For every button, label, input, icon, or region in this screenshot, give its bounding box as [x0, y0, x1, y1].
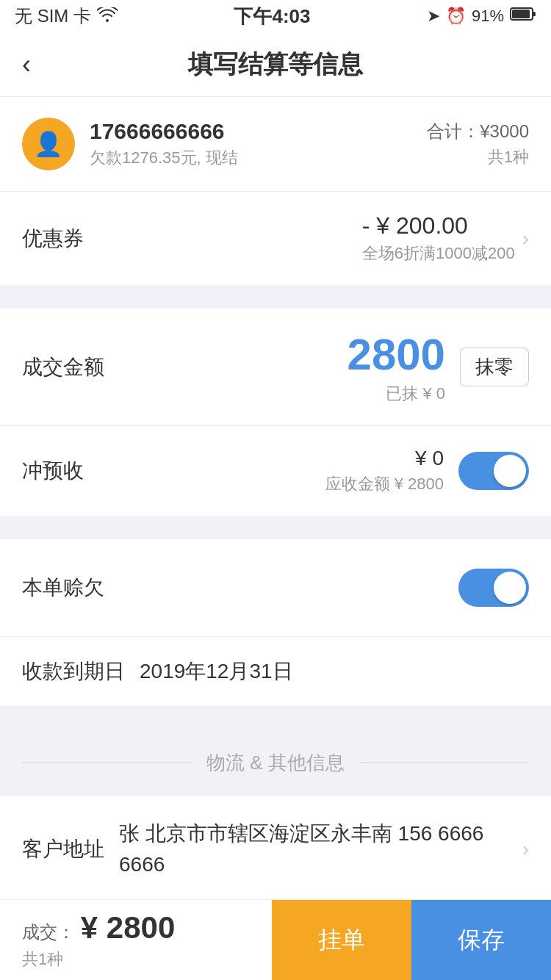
footer-info: 成交： ¥ 2800 共1种	[0, 910, 272, 970]
debt-card: 本单赊欠 收款到期日 2019年12月31日	[0, 539, 551, 706]
address-row[interactable]: 客户地址 张 北京市市辖区海淀区永丰南 156 6666 6666 ›	[0, 796, 551, 902]
address-chevron: ›	[522, 837, 529, 861]
svg-rect-1	[512, 10, 530, 18]
toggle-knob	[494, 455, 526, 487]
time-label: 下午4:03	[234, 4, 310, 29]
nav-bar: ‹ 填写结算等信息	[0, 32, 551, 97]
address-value: 张 北京市市辖区海淀区永丰南 156 6666 6666	[119, 818, 522, 880]
logistics-line-right	[359, 763, 529, 763]
coupon-chevron: ›	[522, 227, 529, 251]
coupon-right: - ¥ 200.00 全场6折满1000减200 ›	[362, 212, 529, 264]
logistics-header: 物流 & 其他信息	[0, 729, 551, 796]
prepay-sub: 应收金额 ¥ 2800	[325, 473, 444, 495]
debt-label: 本单赊欠	[22, 574, 104, 602]
user-info-text: 17666666666 欠款1276.35元, 现结	[90, 119, 238, 169]
deal-right: 2800 已抹 ¥ 0 抹零	[347, 329, 529, 405]
logistics-line-left	[22, 763, 192, 763]
carrier-label: 无 SIM 卡	[15, 4, 91, 28]
footer-deal-label: 成交：	[22, 922, 75, 942]
phone-number: 17666666666	[90, 119, 238, 144]
round-button[interactable]: 抹零	[460, 347, 529, 386]
back-button[interactable]: ‹	[15, 42, 38, 87]
user-left: 👤 17666666666 欠款1276.35元, 现结	[22, 118, 238, 170]
pending-button[interactable]: 挂单	[272, 900, 411, 980]
alarm-icon: ⏰	[446, 7, 466, 26]
coupon-discount: - ¥ 200.00	[362, 212, 515, 239]
wifi-icon	[97, 6, 118, 26]
address-label: 客户地址	[22, 835, 104, 863]
footer-count: 共1种	[22, 948, 250, 970]
section-divider-3	[0, 718, 551, 729]
location-icon: ➤	[427, 7, 440, 26]
prepay-amount: ¥ 0	[325, 447, 444, 470]
coupon-row[interactable]: 优惠券 - ¥ 200.00 全场6折满1000减200 ›	[0, 191, 551, 285]
status-bar: 无 SIM 卡 下午4:03 ➤ ⏰ 91%	[0, 0, 551, 32]
logistics-label: 物流 & 其他信息	[206, 750, 345, 776]
user-info-card: 👤 17666666666 欠款1276.35元, 现结 合计：¥3000 共1…	[0, 97, 551, 285]
debt-toggle[interactable]	[458, 569, 529, 607]
battery-label: 91%	[472, 7, 504, 26]
save-button[interactable]: 保存	[411, 900, 551, 980]
prepay-amount-block: ¥ 0 应收金额 ¥ 2800	[325, 447, 444, 495]
status-left: 无 SIM 卡	[15, 4, 118, 28]
page-title: 填写结算等信息	[188, 48, 363, 82]
prepay-right: ¥ 0 应收金额 ¥ 2800	[325, 447, 529, 495]
avatar-icon: 👤	[34, 130, 63, 158]
section-divider-1	[0, 297, 551, 309]
section-divider-2	[0, 527, 551, 539]
avatar: 👤	[22, 118, 75, 170]
total-label: 合计：¥3000	[427, 120, 529, 143]
footer-deal-row: 成交： ¥ 2800	[22, 910, 250, 945]
svg-rect-2	[533, 12, 536, 16]
total-count: 共1种	[427, 146, 529, 168]
coupon-desc: 全场6折满1000减200	[362, 242, 515, 264]
deal-amount: 2800	[347, 329, 445, 380]
footer-amount: ¥ 2800	[81, 910, 175, 945]
debt-toggle-knob	[494, 572, 526, 604]
prepay-toggle[interactable]	[458, 452, 529, 490]
deal-sub: 已抹 ¥ 0	[347, 383, 445, 405]
footer-bar: 成交： ¥ 2800 共1种 挂单 保存	[0, 899, 551, 980]
status-right: ➤ ⏰ 91%	[427, 7, 536, 26]
content: 👤 17666666666 欠款1276.35元, 现结 合计：¥3000 共1…	[0, 97, 551, 980]
debt-row: 本单赊欠	[0, 539, 551, 636]
footer-buttons: 挂单 保存	[272, 900, 551, 980]
debt-info: 欠款1276.35元, 现结	[90, 147, 238, 169]
deal-card: 成交金额 2800 已抹 ¥ 0 抹零 冲预收 ¥ 0 应收金额 ¥ 2800	[0, 309, 551, 516]
prepay-label: 冲预收	[22, 457, 84, 485]
coupon-label: 优惠券	[22, 225, 84, 253]
total-amount: ¥3000	[480, 121, 529, 141]
battery-icon	[510, 7, 536, 26]
deal-label: 成交金额	[22, 353, 104, 381]
prepay-row: 冲预收 ¥ 0 应收金额 ¥ 2800	[0, 425, 551, 516]
due-row: 收款到期日 2019年12月31日	[0, 636, 551, 706]
deal-row: 成交金额 2800 已抹 ¥ 0 抹零	[0, 309, 551, 425]
due-date-label: 收款到期日	[22, 657, 125, 685]
address-card: 客户地址 张 北京市市辖区海淀区永丰南 156 6666 6666 ›	[0, 796, 551, 902]
user-row: 👤 17666666666 欠款1276.35元, 现结 合计：¥3000 共1…	[0, 97, 551, 191]
due-date-value: 2019年12月31日	[140, 657, 293, 685]
user-right: 合计：¥3000 共1种	[427, 120, 529, 168]
